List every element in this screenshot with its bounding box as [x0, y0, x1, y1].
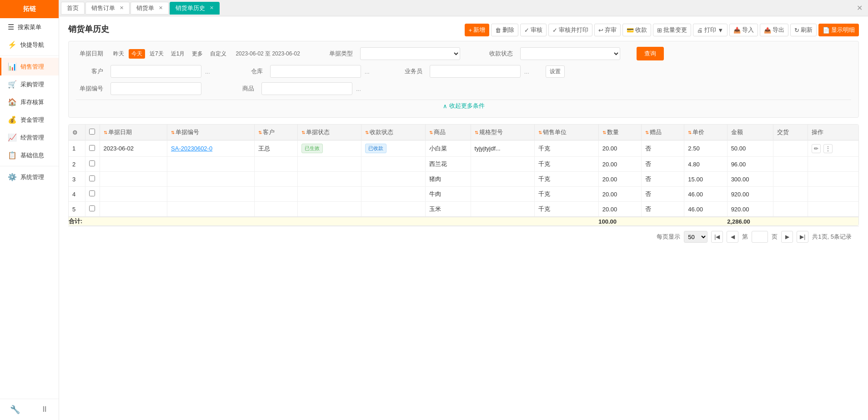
action-btns: ✏⋮ [812, 144, 855, 153]
sidebar-item-base-info[interactable]: 📋 基础信息 [0, 146, 59, 164]
salesman-ellipsis[interactable]: ... [524, 68, 529, 75]
warehouse-ellipsis[interactable]: ... [365, 68, 370, 75]
import-button[interactable]: 📥 导入 [729, 24, 758, 36]
goods-input[interactable] [261, 82, 352, 95]
print-icon: 🖨 [697, 27, 703, 34]
customer-ellipsis[interactable]: ... [205, 68, 210, 75]
warehouse-input[interactable] [270, 65, 361, 78]
sidebar-item-finance[interactable]: 💰 资金管理 [0, 111, 59, 129]
col-doc-date[interactable]: ⇅单据日期 [100, 125, 167, 140]
more-action-btn[interactable]: ⋮ [823, 144, 833, 153]
collect-button[interactable]: 💳 收款 [622, 24, 651, 36]
settings-button[interactable]: 设置 [546, 65, 565, 78]
tab-close-sales-order[interactable]: ✕ [120, 5, 124, 11]
date-tab-1month[interactable]: 近1月 [168, 49, 188, 59]
show-detail-icon: 📄 [823, 27, 830, 34]
row-gift: 否 [642, 172, 684, 187]
col-doc-no[interactable]: ⇅单据编号 [167, 125, 255, 140]
sidebar-toggle-icon[interactable]: ⏸ [40, 405, 49, 415]
tab-sales-order[interactable]: 销售订单 ✕ [85, 2, 130, 15]
audit-button[interactable]: ✓ 审核 [520, 24, 547, 36]
sidebar-settings-icon[interactable]: 🔧 [10, 405, 20, 415]
col-doc-status[interactable]: ⇅单据状态 [297, 125, 361, 140]
tab-close-sales-history[interactable]: ✕ [210, 5, 214, 11]
tab-sales-history[interactable]: 销货单历史 ✕ [170, 2, 220, 15]
sidebar-item-label: 销售管理 [20, 63, 44, 71]
add-button[interactable]: + 新增 [465, 24, 490, 36]
tab-home[interactable]: 首页 [61, 2, 85, 15]
abandon-button[interactable]: ↩ 弃审 [594, 24, 621, 36]
row-collect-status [361, 202, 426, 217]
row-price: 2.50 [684, 140, 727, 157]
collapse-arrow-icon: ∧ [443, 103, 447, 110]
tab-close-sales-delivery[interactable]: ✕ [159, 5, 163, 11]
salesman-input[interactable] [430, 65, 521, 78]
next-page-btn[interactable]: ▶ [781, 231, 793, 243]
date-tab-yesterday[interactable]: 昨天 [110, 49, 127, 59]
per-page-select[interactable]: 50 20 100 200 [684, 231, 707, 243]
sidebar-item-inventory[interactable]: 🏠 库存核算 [0, 93, 59, 111]
row-collect-status [361, 157, 426, 172]
row-select[interactable] [85, 157, 100, 172]
sidebar-item-operations[interactable]: 📈 经营管理 [0, 129, 59, 146]
tab-sales-delivery[interactable]: 销货单 ✕ [130, 2, 169, 15]
goods-ellipsis[interactable]: ... [356, 85, 361, 92]
batch-change-button[interactable]: ⊞ 批量变更 [653, 24, 691, 36]
col-unit[interactable]: ⇅销售单位 [535, 125, 599, 140]
sidebar-item-label: 资金管理 [20, 116, 44, 124]
customer-input[interactable] [110, 65, 201, 78]
delete-button[interactable]: 🗑 删除 [491, 24, 518, 36]
sidebar-item-quick-nav[interactable]: ⚡ 快捷导航 [0, 36, 59, 54]
abandon-icon: ↩ [598, 27, 603, 34]
date-tab-more[interactable]: 更多 [189, 49, 206, 59]
query-button[interactable]: 查询 [637, 47, 664, 60]
col-price[interactable]: ⇅单价 [684, 125, 727, 140]
col-spec[interactable]: ⇅规格型号 [471, 125, 535, 140]
table-row: 12023-06-02SA-20230602-0王总已生效已收款小白菜tyjyj… [69, 140, 858, 157]
sidebar-item-search-menu[interactable]: ☰ 搜索菜单 [0, 18, 59, 36]
select-all-checkbox[interactable] [89, 129, 95, 135]
col-goods[interactable]: ⇅商品 [425, 125, 471, 140]
sidebar-item-system-mgmt[interactable]: ⚙️ 系统管理 [0, 168, 59, 186]
audit-print-button[interactable]: ✓ 审核并打印 [548, 24, 592, 36]
col-qty[interactable]: ⇅数量 [598, 125, 641, 140]
first-page-btn[interactable]: |◀ [711, 231, 723, 243]
doc-no-link[interactable]: SA-20230602-0 [171, 145, 212, 152]
col-collect-status[interactable]: ⇅收款状态 [361, 125, 426, 140]
date-tab-7days[interactable]: 近7天 [147, 49, 166, 59]
print-button[interactable]: 🖨 打印 ▼ [693, 24, 728, 36]
row-select[interactable] [85, 187, 100, 202]
last-page-btn[interactable]: ▶| [797, 231, 808, 243]
doc-type-select[interactable] [360, 47, 460, 60]
refresh-button[interactable]: ↻ 刷新 [790, 24, 817, 36]
date-tab-today[interactable]: 今天 [129, 49, 145, 59]
show-detail-button[interactable]: 📄 显示明细 [818, 24, 859, 36]
prev-page-btn[interactable]: ◀ [727, 231, 738, 243]
row-select[interactable] [85, 140, 100, 157]
collect-status-select[interactable] [520, 47, 620, 60]
sidebar-item-purchase-mgmt[interactable]: 🛒 采购管理 [0, 75, 59, 93]
col-customer[interactable]: ⇅客户 [255, 125, 297, 140]
row-checkbox[interactable] [89, 160, 95, 166]
row-select[interactable] [85, 202, 100, 217]
collapse-button[interactable]: ∧ 收起更多条件 [76, 100, 851, 112]
col-checkbox[interactable] [85, 125, 100, 140]
row-checkbox[interactable] [89, 190, 95, 196]
col-gift[interactable]: ⇅赠品 [642, 125, 684, 140]
export-button[interactable]: 📤 导出 [760, 24, 788, 36]
tab-bar-close-all[interactable]: ✕ [853, 4, 866, 12]
date-tab-custom[interactable]: 自定义 [207, 49, 229, 59]
col-settings[interactable]: ⚙ [69, 125, 85, 140]
add-icon: + [469, 27, 472, 34]
edit-action-btn[interactable]: ✏ [812, 144, 821, 153]
filter-area: 单据日期 昨天 今天 近7天 近1月 更多 自定义 2023-06-02 至 2… [68, 41, 859, 118]
row-amount: 300.00 [727, 172, 773, 187]
page-number-input[interactable]: 1 [752, 231, 768, 243]
row-checkbox[interactable] [89, 175, 95, 181]
row-checkbox[interactable] [89, 145, 95, 151]
sidebar-item-sales-mgmt[interactable]: 📊 销售管理 [0, 58, 59, 75]
row-select[interactable] [85, 172, 100, 187]
row-checkbox[interactable] [89, 205, 95, 211]
col-amount: 金额 [727, 125, 773, 140]
doc-no-input[interactable] [110, 82, 201, 95]
